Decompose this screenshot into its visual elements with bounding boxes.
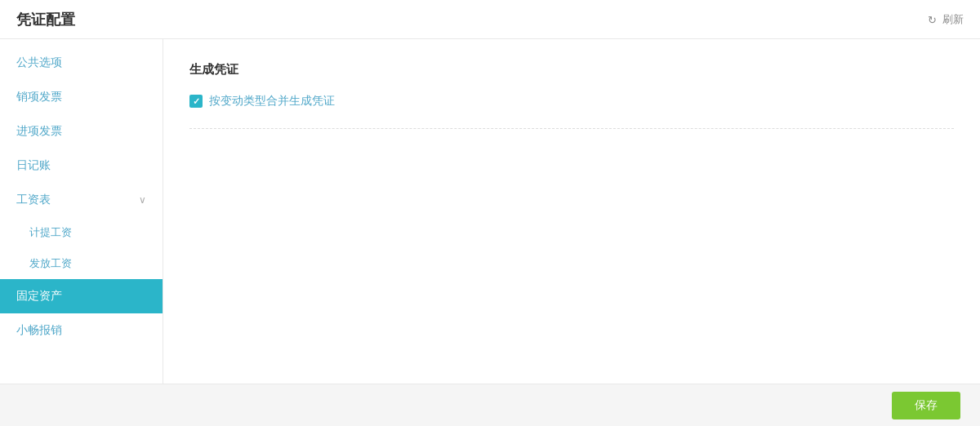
sidebar-item-label: 公共选项 <box>16 55 62 70</box>
sidebar-item-sales-invoice[interactable]: 销项发票 <box>0 80 163 114</box>
section-divider <box>189 128 954 129</box>
sidebar-item-public[interactable]: 公共选项 <box>0 46 163 80</box>
sidebar-item-purchase-invoice[interactable]: 进项发票 <box>0 114 163 149</box>
sidebar-item-label: 固定资产 <box>16 289 62 304</box>
sidebar-item-label: 销项发票 <box>16 90 62 104</box>
refresh-icon: ↻ <box>928 14 939 25</box>
sidebar-item-calc-payroll[interactable]: 计提工资 <box>0 217 163 248</box>
page-title: 凭证配置 <box>16 10 75 29</box>
bottom-bar: 保存 <box>0 384 980 426</box>
sidebar-item-label: 小畅报销 <box>16 323 62 338</box>
sidebar-item-label: 日记账 <box>16 158 51 173</box>
merge-checkbox[interactable] <box>189 95 203 108</box>
chevron-down-icon: ∨ <box>139 194 146 206</box>
sidebar-item-label: 发放工资 <box>29 257 72 269</box>
checkbox-row: 按变动类型合并生成凭证 <box>189 94 954 109</box>
section-title: 生成凭证 <box>189 62 954 78</box>
sidebar-item-journal[interactable]: 日记账 <box>0 149 163 183</box>
sidebar-item-payroll[interactable]: 工资表 ∨ <box>0 183 163 217</box>
sidebar-item-label: 工资表 <box>16 193 51 207</box>
refresh-button[interactable]: ↻ 刷新 <box>928 12 964 27</box>
sidebar-item-fixed-assets[interactable]: 固定资产 <box>0 279 163 313</box>
refresh-label: 刷新 <box>942 12 964 27</box>
sidebar-item-label: 进项发票 <box>16 124 62 139</box>
sidebar-item-label: 计提工资 <box>29 226 72 238</box>
content-area: 生成凭证 按变动类型合并生成凭证 <box>163 39 980 384</box>
main-layout: 公共选项 销项发票 进项发票 日记账 工资表 ∨ 计提工资 发放工资 固定资产 … <box>0 39 980 384</box>
sidebar-item-expense[interactable]: 小畅报销 <box>0 313 163 348</box>
sidebar-item-pay-payroll[interactable]: 发放工资 <box>0 248 163 279</box>
save-button[interactable]: 保存 <box>892 392 960 419</box>
page-header: 凭证配置 ↻ 刷新 <box>0 0 980 39</box>
sidebar: 公共选项 销项发票 进项发票 日记账 工资表 ∨ 计提工资 发放工资 固定资产 … <box>0 39 163 384</box>
checkbox-label: 按变动类型合并生成凭证 <box>209 94 335 109</box>
